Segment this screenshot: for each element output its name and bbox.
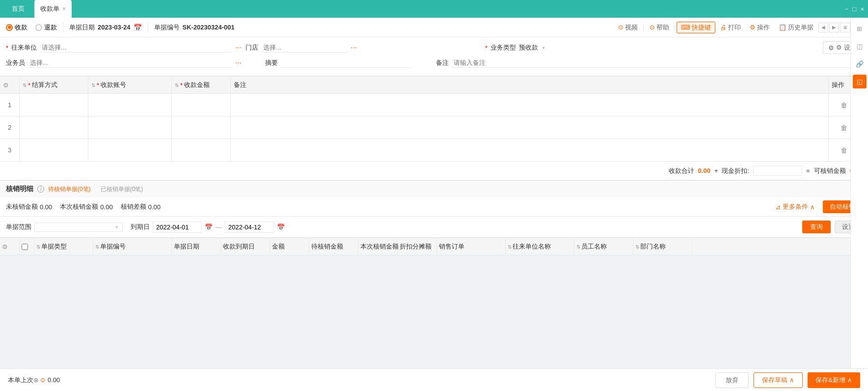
- partner-more-btn[interactable]: ···: [235, 43, 242, 52]
- per-order-info-icon[interactable]: ⊙: [40, 376, 46, 384]
- date-from-input[interactable]: [153, 222, 202, 233]
- date-to-input[interactable]: [225, 222, 274, 233]
- row-2-amount[interactable]: [172, 116, 231, 139]
- biz-required-star: *: [485, 44, 488, 52]
- tab-close-btn[interactable]: ×: [62, 5, 66, 12]
- save-btn[interactable]: 保存&新增 ∧: [808, 372, 860, 388]
- print-btn[interactable]: 🖨 打印: [716, 22, 745, 33]
- sidebar-table-icon: ⊞: [857, 25, 862, 32]
- shop-label: 门店: [245, 43, 258, 52]
- th-account-sort[interactable]: ⇅: [91, 83, 95, 88]
- row-3-remarks[interactable]: [231, 139, 829, 161]
- th-payment: ⇅ * 结算方式: [20, 77, 88, 93]
- draft-arrow-icon[interactable]: ∧: [789, 376, 794, 384]
- row-3-amount[interactable]: [172, 139, 231, 161]
- shortcuts-btn[interactable]: ⌨ 快捷键: [677, 22, 715, 33]
- business-type-arrow[interactable]: ▼: [541, 45, 546, 51]
- th-amount: ⇅ * 收款金额: [172, 77, 231, 93]
- chevron-up-icon: ∧: [810, 203, 815, 211]
- summary-total-value: 0.00: [698, 167, 710, 174]
- stats-row: 未核销金额 0.00 本次核销金额 0.00 核销差额 0.00 ⊿ 更多条件 …: [0, 197, 868, 217]
- detail-th-dept-sort[interactable]: ⇅: [635, 244, 639, 250]
- range-select[interactable]: ▼: [34, 223, 123, 232]
- row-2-remarks[interactable]: [231, 116, 829, 139]
- th-amount-sort[interactable]: ⇅: [175, 83, 179, 88]
- detail-th-staff-sort[interactable]: ⇅: [576, 244, 580, 250]
- row-2-account[interactable]: [88, 116, 172, 139]
- prev-btn[interactable]: ◀: [818, 23, 828, 32]
- current-value: 0.00: [100, 203, 112, 211]
- table-settings-icon[interactable]: ⚙: [3, 82, 9, 89]
- summary-input[interactable]: [281, 58, 412, 68]
- detail-th-number-sort[interactable]: ⇅: [95, 244, 99, 250]
- sidebar-icon-3[interactable]: 🔗: [853, 57, 867, 71]
- detail-th-partner-sort[interactable]: ⇅: [508, 244, 512, 250]
- row-2-delete-icon[interactable]: 🗑: [841, 124, 847, 132]
- window-close-btn[interactable]: ×: [860, 5, 864, 13]
- tab-current[interactable]: 收款单 ×: [34, 0, 72, 18]
- row-1-amount[interactable]: [172, 94, 231, 116]
- minimize-btn[interactable]: −: [845, 5, 849, 13]
- refund-radio[interactable]: 退款: [35, 23, 57, 32]
- row-3-payment[interactable]: [20, 139, 88, 161]
- row-1-num: 1: [0, 94, 20, 116]
- save-arrow-icon[interactable]: ∧: [847, 376, 852, 384]
- row-3-delete-icon[interactable]: 🗑: [841, 146, 847, 154]
- summary-discount-label: 现金折扣:: [722, 167, 749, 175]
- video-btn[interactable]: ⊙ 视频: [614, 22, 642, 33]
- row-1-payment[interactable]: [20, 94, 88, 116]
- help-btn[interactable]: ⊙ 帮助: [646, 22, 673, 33]
- row-1-delete-icon[interactable]: 🗑: [841, 101, 847, 109]
- history-icon: 📋: [779, 24, 787, 31]
- shop-more-btn[interactable]: ···: [351, 43, 357, 52]
- summary-discount-input[interactable]: [753, 166, 802, 176]
- reconciliation-info-icon[interactable]: i: [37, 186, 44, 193]
- receipt-radio-dot: [8, 26, 11, 29]
- row-1-remarks[interactable]: [231, 94, 829, 116]
- receipt-radio[interactable]: 收款: [6, 23, 27, 32]
- unchecked-label: 未核销金额: [6, 202, 38, 211]
- row-2-payment[interactable]: [20, 116, 88, 139]
- current-stat: 本次核销金额 0.00: [60, 202, 112, 211]
- draft-btn[interactable]: 保存草稿 ∧: [754, 372, 803, 388]
- th-payment-label: 结算方式: [32, 81, 57, 89]
- discard-btn[interactable]: 放弃: [715, 372, 749, 388]
- done-tab[interactable]: 已核销单据(0笔): [101, 185, 143, 194]
- staff-input[interactable]: [28, 58, 232, 68]
- query-btn[interactable]: 查询: [802, 221, 831, 233]
- help-label: 帮助: [656, 23, 669, 32]
- next-btn[interactable]: ▶: [829, 23, 839, 32]
- operations-btn[interactable]: ⚙ 操作: [746, 22, 774, 33]
- history-btn[interactable]: 📋 历史单据: [775, 22, 817, 33]
- layout-list-btn[interactable]: ≡: [840, 23, 850, 32]
- th-amount-required: *: [180, 82, 183, 89]
- divider1: [63, 23, 63, 32]
- remarks-input[interactable]: [452, 58, 862, 68]
- th-settings[interactable]: ⚙: [0, 77, 20, 93]
- detail-th-type-sort[interactable]: ⇅: [36, 244, 40, 250]
- th-payment-sort[interactable]: ⇅: [23, 83, 27, 88]
- calendar-icon[interactable]: 📅: [134, 24, 142, 31]
- tab-home[interactable]: 首页: [4, 0, 32, 18]
- pending-tab[interactable]: 待核销单据(0笔): [48, 185, 91, 194]
- more-conditions-btn[interactable]: ⊿ 更多条件 ∧: [775, 202, 815, 211]
- detail-select-all[interactable]: [22, 244, 28, 250]
- detail-th-checkbox[interactable]: [20, 238, 34, 255]
- sidebar-icon-1[interactable]: ⊞: [853, 22, 867, 35]
- partner-input[interactable]: [40, 43, 232, 53]
- date-from-icon[interactable]: 📅: [205, 223, 213, 231]
- row-1-account[interactable]: [88, 94, 172, 116]
- sidebar-icon-4[interactable]: ◱: [853, 75, 867, 88]
- date-to-icon[interactable]: 📅: [277, 223, 285, 231]
- right-sidebar: ⊞ ◫ 🔗 ◱: [850, 18, 868, 391]
- shop-input[interactable]: [261, 43, 348, 53]
- row-3-account[interactable]: [88, 139, 172, 161]
- divider2: [148, 23, 148, 32]
- staff-more-btn[interactable]: ···: [235, 58, 242, 67]
- sidebar-icon-2[interactable]: ◫: [853, 39, 867, 53]
- sidebar-link-icon: 🔗: [856, 60, 864, 68]
- payment-table: ⚙ ⇅ * 结算方式 ⇅ * 收款账号 ⇅ * 收款金额 备注 操作 1: [0, 76, 868, 162]
- detail-th-settings[interactable]: ⚙: [0, 238, 20, 255]
- detail-settings-icon[interactable]: ⚙: [2, 243, 8, 251]
- maximize-btn[interactable]: □: [853, 5, 857, 13]
